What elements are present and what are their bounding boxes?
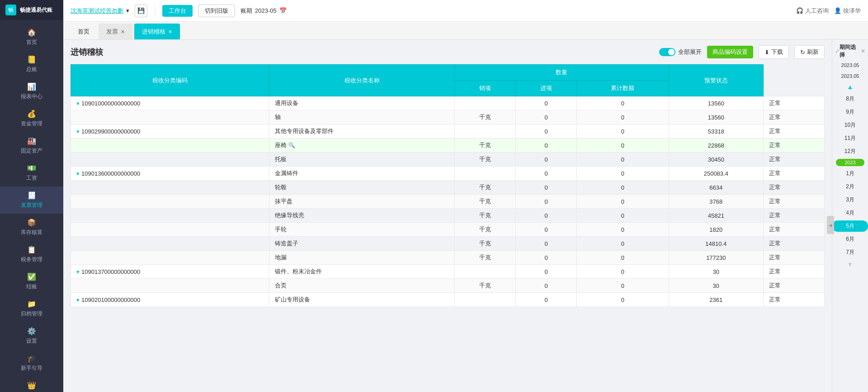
period-nav-down[interactable]: ▼ [847, 261, 854, 268]
cell-code: ▾109020100000000000 [71, 293, 269, 307]
cell-name: 铸造盖子 [269, 237, 455, 251]
sidebar-item-home[interactable]: 🏠 首页 [0, 24, 63, 51]
period-item-7[interactable]: 7月 [832, 247, 868, 258]
cell-unit [455, 293, 516, 307]
user-menu[interactable]: 👤 徐泽华 [834, 7, 861, 15]
expand-icon[interactable]: ▾ [76, 100, 80, 107]
capital-icon: 💰 [27, 110, 36, 118]
table-row: 轴 千克 0 0 13560 正常 [71, 110, 825, 124]
sidebar-item-member[interactable]: 👑 畅会员 [0, 377, 63, 392]
company-selector[interactable]: 沈海英测试经营勿删 ▾ [71, 7, 129, 15]
tab-invoice[interactable]: 发票 ✕ [99, 24, 132, 39]
th-quantity-group: 数量 [455, 65, 669, 81]
cell-cumulative: 14810.4 [669, 237, 764, 251]
cell-code [71, 279, 269, 293]
period-item-9[interactable]: 9月 [832, 106, 868, 118]
period-item-12[interactable]: 12月 [832, 146, 868, 157]
app-logo-text: 畅捷通易代账 [20, 6, 52, 14]
period-item-5[interactable]: 5月 [832, 220, 868, 232]
calendar-icon[interactable]: 📅 [279, 7, 287, 14]
period-item-2023-05-2[interactable]: 2023.05 [832, 72, 868, 81]
cell-cumulative: 30450 [669, 153, 764, 167]
cell-warning: 正常 [764, 251, 825, 265]
period-item-6[interactable]: 6月 [832, 234, 868, 245]
tab-invoice-label: 发票 [106, 28, 118, 36]
sidebar-item-ledger[interactable]: 📒 总账 [0, 51, 63, 78]
period-item-11[interactable]: 11月 [832, 133, 868, 144]
table-row: 合页 千克 0 0 30 正常 [71, 279, 825, 293]
sidebar-item-archive[interactable]: 📁 归档管理 [0, 295, 63, 322]
cell-purchase: 0 [576, 279, 669, 293]
home-icon: 🏠 [27, 28, 36, 37]
cell-warning: 正常 [764, 279, 825, 293]
sidebar-item-settings[interactable]: ⚙️ 设置 [0, 322, 63, 349]
sidebar-label-settle: 结账 [26, 283, 37, 291]
period-item-4[interactable]: 4月 [832, 207, 868, 219]
cell-warning: 正常 [764, 209, 825, 223]
cell-name: 抹平盘 [269, 195, 455, 209]
product-code-settings-button[interactable]: 商品编码设置 [707, 46, 753, 58]
tab-reconcile[interactable]: 进销稽核 ✕ [134, 24, 180, 39]
sidebar-label-ledger: 总账 [26, 66, 37, 73]
period-item-2[interactable]: 2月 [832, 181, 868, 192]
cell-sales: 0 [516, 139, 577, 153]
download-icon: ⬇ [764, 49, 769, 56]
sidebar-item-capital[interactable]: 💰 资金管理 [0, 105, 63, 132]
expand-all-toggle[interactable] [659, 48, 675, 56]
sidebar-item-inventory[interactable]: 📦 库存核算 [0, 214, 63, 241]
tax-icon: 📋 [27, 245, 36, 254]
period-item-8[interactable]: 8月 [832, 93, 868, 105]
period-item-3[interactable]: 3月 [832, 194, 868, 206]
cell-purchase: 0 [576, 223, 669, 237]
sidebar-item-tax[interactable]: 📋 税务管理 [0, 241, 63, 268]
refresh-button[interactable]: ↻ 刷新 [794, 45, 825, 59]
expand-icon[interactable]: ▾ [76, 296, 80, 303]
sidebar-label-assets: 固定资产 [21, 147, 42, 155]
sidebar-item-settle[interactable]: ✅ 结账 [0, 268, 63, 295]
tab-reconcile-close[interactable]: ✕ [168, 29, 172, 35]
switch-version-button[interactable]: 切到旧版 [198, 5, 235, 17]
sidebar-item-assets[interactable]: 🏭 固定资产 [0, 132, 63, 159]
sidebar-item-salary[interactable]: 💵 工资 [0, 159, 63, 186]
save-button[interactable]: 💾 [135, 5, 147, 17]
tab-invoice-close[interactable]: ✕ [121, 29, 125, 35]
sidebar-item-guide[interactable]: 🎓 新手引导 [0, 349, 63, 377]
tab-home-label: 首页 [78, 28, 90, 36]
cell-purchase: 0 [576, 195, 669, 209]
period-nav-up[interactable]: ▲ [847, 83, 854, 91]
expand-icon[interactable]: ▾ [76, 170, 80, 177]
period-item-10[interactable]: 10月 [832, 120, 868, 131]
cell-name: 手轮 [269, 223, 455, 237]
panel-close-icon[interactable]: ✕ [861, 48, 865, 54]
search-icon[interactable]: 🔍 [288, 142, 295, 148]
sidebar-item-report[interactable]: 📊 报表中心 [0, 78, 63, 105]
expand-icon[interactable]: ▾ [76, 268, 80, 275]
cell-sales: 0 [516, 251, 577, 265]
cell-purchase: 0 [576, 251, 669, 265]
sidebar-item-invoice[interactable]: 🧾 发票管理 [0, 186, 63, 214]
period-value: 2023-05 [255, 7, 277, 14]
table-row: 地漏 千克 0 0 177230 正常 [71, 251, 825, 265]
panel-expand-icon[interactable]: ⤢ [835, 48, 840, 54]
expand-icon[interactable]: ▾ [76, 128, 80, 135]
table-row: 铸造盖子 千克 0 0 14810.4 正常 [71, 237, 825, 251]
download-button[interactable]: ⬇ 下载 [759, 45, 789, 59]
cell-purchase: 0 [576, 237, 669, 251]
cell-name: 锻件、粉末冶金件 [269, 265, 455, 279]
cell-sales: 0 [516, 195, 577, 209]
cell-unit: 千克 [455, 181, 516, 195]
cell-cumulative: 53318 [669, 124, 764, 139]
workspace-button[interactable]: 工作台 [162, 5, 193, 17]
period-item-2023-05-1[interactable]: 2023.05 [832, 61, 868, 70]
table-row: 轮毂 千克 0 0 6634 正常 [71, 181, 825, 195]
company-name[interactable]: 沈海英测试经营勿删 [71, 7, 123, 15]
cell-cumulative: 2361 [669, 293, 764, 307]
cell-name: 通用设备 [269, 96, 455, 110]
cell-cumulative: 3768 [669, 195, 764, 209]
topbar: 沈海英测试经营勿删 ▾ 💾 工作台 切到旧版 账期 2023-05 📅 🎧 人工… [63, 0, 868, 22]
tab-home[interactable]: 首页 [71, 24, 97, 39]
company-dropdown-icon[interactable]: ▾ [126, 7, 129, 14]
support-button[interactable]: 🎧 人工咨询 [796, 7, 829, 15]
period-item-1[interactable]: 1月 [832, 168, 868, 179]
panel-toggle[interactable]: ◀ [827, 216, 834, 234]
